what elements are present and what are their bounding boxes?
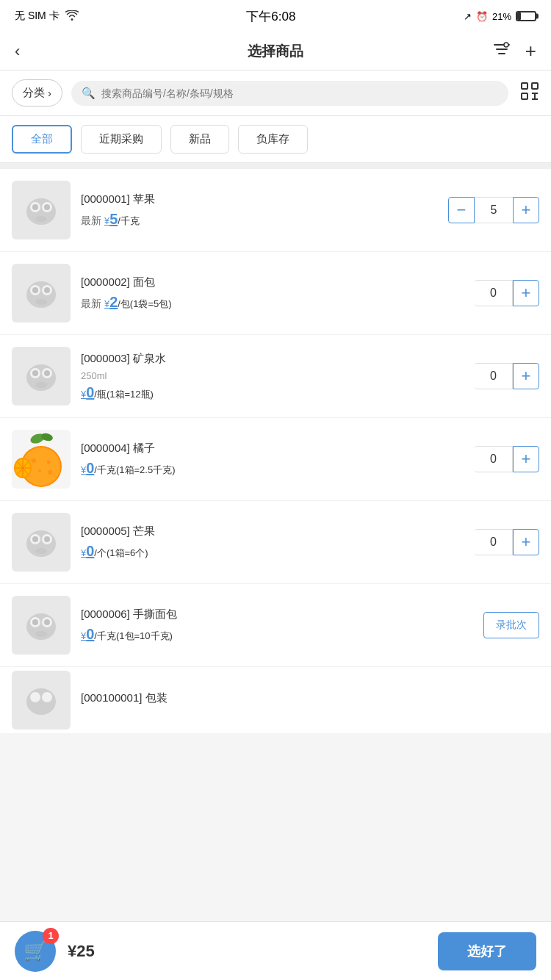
category-label: 分类 xyxy=(23,86,45,100)
separator xyxy=(0,163,551,169)
svg-point-51 xyxy=(32,619,38,625)
price-value: 0 xyxy=(86,460,94,476)
svg-point-33 xyxy=(47,461,51,464)
svg-point-27 xyxy=(35,382,47,388)
qty-plus-button[interactable]: + xyxy=(513,529,539,555)
cart-total: ¥25 xyxy=(68,942,426,961)
qty-minus-button[interactable]: − xyxy=(448,197,475,223)
alarm-icon: ⏰ xyxy=(476,11,488,22)
qty-input[interactable] xyxy=(475,446,513,472)
back-button[interactable]: ‹ xyxy=(15,42,47,61)
product-name: [0000001] 苹果 xyxy=(81,192,438,206)
product-info-0000001: [0000001] 苹果 最新 ¥5/千克 xyxy=(81,192,438,228)
product-info-0000004: [0000004] 橘子 ¥0/千克(1箱=2.5千克) xyxy=(81,442,464,477)
svg-point-54 xyxy=(26,688,56,715)
price-value: 2 xyxy=(109,294,118,310)
svg-rect-5 xyxy=(532,83,538,89)
qty-plus-button[interactable]: + xyxy=(513,197,539,223)
status-right: ↗ ⏰ 21% xyxy=(464,11,536,22)
list-item: [0000002] 面包 最新 ¥2/包(1袋=5包) + xyxy=(0,252,551,335)
product-list: [0000001] 苹果 最新 ¥5/千克 − + [0000002] 面 xyxy=(0,169,551,733)
cart-badge: 1 xyxy=(43,928,59,944)
battery-percent: 21% xyxy=(492,11,511,22)
qty-plus-button[interactable]: + xyxy=(513,280,539,306)
tab-negative[interactable]: 负库存 xyxy=(238,125,308,154)
scan-icon[interactable] xyxy=(520,82,539,105)
product-info-partial: [000100001] 包装 xyxy=(81,691,539,710)
product-price: ¥0/瓶(1箱=12瓶) xyxy=(81,384,464,401)
qty-control-0000001: − + xyxy=(448,197,539,223)
price-unit: /千克 xyxy=(118,215,140,226)
price-unit: /千克(1箱=2.5千克) xyxy=(94,464,175,475)
product-image-0000001 xyxy=(12,181,71,239)
tab-new[interactable]: 新品 xyxy=(170,125,229,154)
cart-bar: 🛒 1 ¥25 选好了 xyxy=(0,921,551,980)
product-price: 最新 ¥2/包(1袋=5包) xyxy=(81,294,464,311)
filter-icon[interactable] xyxy=(493,42,511,61)
qty-plus-button[interactable]: + xyxy=(513,446,539,472)
svg-point-55 xyxy=(30,692,40,702)
qty-control-0000003: + xyxy=(475,363,539,389)
qty-control-0000002: + xyxy=(475,280,539,306)
tab-recent[interactable]: 近期采购 xyxy=(81,125,162,154)
svg-point-26 xyxy=(44,370,50,376)
price-unit: /个(1箱=6个) xyxy=(94,547,148,558)
list-item: [000100001] 包装 xyxy=(0,667,551,733)
price-unit: /瓶(1箱=12瓶) xyxy=(94,389,154,400)
record-batch-button[interactable]: 录批次 xyxy=(483,612,539,638)
filter-tabs: 全部 近期采购 新品 负库存 xyxy=(0,116,551,163)
product-info-0000002: [0000002] 面包 最新 ¥2/包(1袋=5包) xyxy=(81,275,464,311)
qty-control-0000005: + xyxy=(475,529,539,555)
svg-point-45 xyxy=(32,536,38,542)
product-info-0000003: [0000003] 矿泉水 250ml ¥0/瓶(1箱=12瓶) xyxy=(81,352,464,401)
price-value: 0 xyxy=(86,626,94,642)
category-button[interactable]: 分类 › xyxy=(12,79,62,107)
svg-point-53 xyxy=(35,631,47,637)
product-image-partial xyxy=(12,671,71,729)
nav-actions: + xyxy=(493,40,536,62)
status-time: 下午6:08 xyxy=(246,8,295,25)
tab-all[interactable]: 全部 xyxy=(12,125,72,154)
add-icon[interactable]: + xyxy=(525,40,536,62)
product-price: ¥0/千克(1箱=2.5千克) xyxy=(81,460,464,477)
product-name: [0000002] 面包 xyxy=(81,275,464,289)
svg-point-13 xyxy=(32,204,38,210)
qty-input[interactable] xyxy=(475,280,513,306)
wifi-icon xyxy=(65,10,79,23)
product-image-0000004 xyxy=(12,430,71,489)
location-icon: ↗ xyxy=(464,11,472,22)
svg-point-14 xyxy=(44,204,50,210)
cart-icon-wrap[interactable]: 🛒 1 xyxy=(15,931,56,972)
search-input[interactable] xyxy=(101,87,498,99)
svg-rect-6 xyxy=(522,93,527,99)
carrier-text: 无 SIM 卡 xyxy=(15,10,60,23)
svg-point-47 xyxy=(35,548,47,554)
product-image-0000003 xyxy=(12,347,71,406)
product-image-0000005 xyxy=(12,513,71,572)
svg-point-20 xyxy=(44,287,50,293)
product-name: [0000004] 橘子 xyxy=(81,442,464,455)
price-label: 最新 xyxy=(81,298,101,309)
price-value: 5 xyxy=(109,211,118,227)
qty-input[interactable] xyxy=(475,529,513,555)
list-item: [0000005] 芒果 ¥0/个(1箱=6个) + xyxy=(0,501,551,584)
product-name: [0000003] 矿泉水 xyxy=(81,352,464,366)
toolbar: 分类 › 🔍 xyxy=(0,71,551,116)
svg-point-56 xyxy=(42,692,52,702)
status-bar: 无 SIM 卡 下午6:08 ↗ ⏰ 21% xyxy=(0,0,551,32)
product-image-0000006 xyxy=(12,596,71,655)
list-item: [0000004] 橘子 ¥0/千克(1箱=2.5千克) + xyxy=(0,418,551,501)
product-name: [000100001] 包装 xyxy=(81,691,539,705)
confirm-button[interactable]: 选好了 xyxy=(438,932,536,970)
qty-input[interactable] xyxy=(475,363,513,389)
qty-plus-button[interactable]: + xyxy=(513,363,539,389)
product-price: ¥0/个(1箱=6个) xyxy=(81,543,464,560)
qty-input[interactable] xyxy=(475,197,513,223)
list-item: [0000001] 苹果 最新 ¥5/千克 − + xyxy=(0,169,551,252)
search-bar: 🔍 xyxy=(71,81,508,106)
product-image-0000002 xyxy=(12,264,71,323)
product-info-0000005: [0000005] 芒果 ¥0/个(1箱=6个) xyxy=(81,525,464,560)
price-label: 最新 xyxy=(81,215,101,226)
price-value: 0 xyxy=(86,384,94,400)
status-left: 无 SIM 卡 xyxy=(15,10,79,23)
